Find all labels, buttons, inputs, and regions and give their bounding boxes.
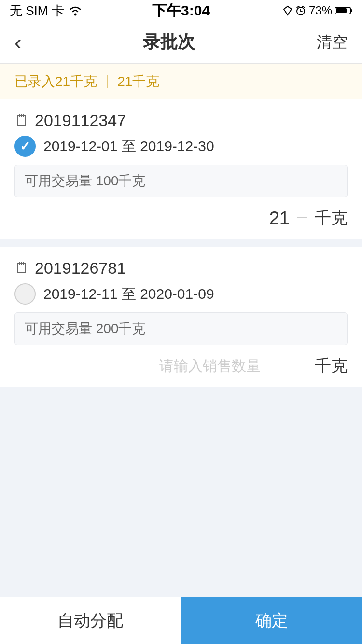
alarm-icon xyxy=(295,5,306,16)
batch-2-qty-row: 请输入销售数量 千克 xyxy=(0,345,362,387)
auto-distribute-button[interactable]: 自动分配 xyxy=(0,597,181,644)
batch-2-checkbox[interactable] xyxy=(14,283,36,305)
batch-2-header: 🗒 2019126781 xyxy=(14,259,348,278)
document-icon-1: 🗒 xyxy=(14,112,30,129)
bottom-bar: 自动分配 确定 xyxy=(0,597,362,644)
batch-1-available-text: 可用交易量 100千克 xyxy=(25,173,146,188)
summary-bar: 已录入21千克 21千克 xyxy=(0,64,362,99)
svg-point-0 xyxy=(74,14,76,16)
status-left: 无 SIM 卡 xyxy=(10,2,83,19)
batch-item-2: 🗒 2019126781 2019-12-11 至 2020-01-09 可用交… xyxy=(0,247,362,387)
summary-value: 21千克 xyxy=(117,72,159,91)
battery-text: 73% xyxy=(309,4,332,17)
batch-1-available-box: 可用交易量 100千克 xyxy=(14,165,348,197)
batch-item-1: 🗒 2019112347 2019-12-01 至 2019-12-30 可用交… xyxy=(0,99,362,197)
location-icon xyxy=(283,5,292,16)
section-separator xyxy=(0,239,362,247)
status-right: 73% xyxy=(283,4,352,17)
spacer xyxy=(0,387,362,604)
svg-rect-3 xyxy=(350,9,352,12)
status-bar: 无 SIM 卡 下午3:04 73% xyxy=(0,0,362,21)
status-time: 下午3:04 xyxy=(152,1,210,21)
wifi-icon xyxy=(68,5,83,16)
batch-1-date: 2019-12-01 至 2019-12-30 xyxy=(43,137,214,156)
batch-2-available-box: 可用交易量 200千克 xyxy=(14,312,348,345)
svg-rect-4 xyxy=(336,8,347,13)
batch-1-qty-value: 21 xyxy=(269,208,290,229)
batch-1-qty-unit: 千克 xyxy=(315,207,348,229)
batch-2-number: 2019126781 xyxy=(35,259,126,278)
confirm-button[interactable]: 确定 xyxy=(181,597,362,644)
batch-2-available-text: 可用交易量 200千克 xyxy=(25,321,146,336)
batch-1-date-row: 2019-12-01 至 2019-12-30 xyxy=(14,136,348,157)
battery-icon xyxy=(335,6,352,15)
batch-1-header: 🗒 2019112347 xyxy=(14,111,348,130)
back-button[interactable]: ‹ xyxy=(14,32,22,53)
clear-button[interactable]: 清空 xyxy=(317,32,348,53)
summary-label: 已录入21千克 xyxy=(14,72,97,91)
document-icon-2: 🗒 xyxy=(14,259,30,277)
batch-2-qty-unit: 千克 xyxy=(315,355,348,377)
batch-1-qty-row: 21 千克 xyxy=(0,197,362,239)
summary-divider xyxy=(107,75,108,88)
no-sim-text: 无 SIM 卡 xyxy=(10,2,64,19)
batch-1-number: 2019112347 xyxy=(35,111,126,130)
nav-bar: ‹ 录批次 清空 xyxy=(0,21,362,64)
batch-1-checkbox[interactable] xyxy=(14,136,36,157)
batch-2-date: 2019-12-11 至 2020-01-09 xyxy=(43,284,214,304)
batch-2-date-row: 2019-12-11 至 2020-01-09 xyxy=(14,283,348,305)
batch-2-qty-placeholder: 请输入销售数量 xyxy=(159,356,261,376)
batch-2-inner: 🗒 2019126781 2019-12-11 至 2020-01-09 可用交… xyxy=(0,247,362,345)
page-title: 录批次 xyxy=(143,30,195,54)
